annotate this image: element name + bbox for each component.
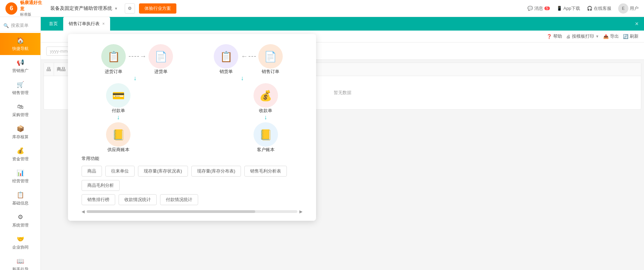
func-stock-status[interactable]: 现存量(库存状况表) [138,166,188,177]
message-icon: 💬 [527,6,533,11]
sidebar-item-operation[interactable]: 📊 经营管理 [0,165,40,187]
home-icon: 🏠 [16,36,24,44]
trial-button[interactable]: 体验行业方案 [139,3,176,14]
system-icon: ⚙ [16,213,24,221]
scroll-left-icon[interactable]: ◀ [82,209,85,214]
main-layout: 🔍 搜索菜单 🏠 快捷导航 📢 营销推广 🛒 销售管理 🛍 采购管理 📦 库存核… [0,17,644,270]
logo-icon: 6 [5,2,17,15]
user-item[interactable]: E 用户 [618,3,639,14]
sidebar: 🔍 搜索菜单 🏠 快捷导航 📢 营销推广 🛒 销售管理 🛍 采购管理 📦 库存核… [0,17,41,270]
popup-box: 📋 进货订单 - - - - → 📄 进货单 [68,34,316,221]
flow-item-supplier-ledger[interactable]: 📒 供应商账本 [106,122,130,153]
chevron-down-icon: ▼ [114,6,118,11]
scrollbar-track[interactable] [87,210,297,213]
top-header: 6 畅康通好生意 标准版 装备及固定资产辅助管理系统 ▼ ⚙ 体验行业方案 💬 … [0,0,644,17]
content-area: 首页 销售订单执行表 × × ❓ 帮助 🖨 按模板打印 ▼ [41,17,644,270]
popup-overlay: 📋 进货订单 - - - - → 📄 进货单 [41,17,644,270]
func-stock-dist[interactable]: 现存量(库存分布表) [191,166,241,177]
sidebar-item-sales[interactable]: 🛒 销售管理 [0,77,40,99]
sidebar-search[interactable]: 🔍 搜索菜单 [0,20,40,32]
gear-button[interactable]: ⚙ [125,3,135,14]
func-sales-gross[interactable]: 销售毛利分析表 [244,166,287,177]
payment-bill-circle[interactable]: 💳 [106,83,130,108]
search-icon: 🔍 [3,23,9,28]
purchase-bill-circle[interactable]: 📄 [149,44,173,69]
supplier-ledger-circle[interactable]: 📒 [106,122,130,147]
scrollbar-thumb [87,210,255,213]
message-badge: 5 [544,6,550,10]
flow-item-customer-ledger[interactable]: 📒 客户账本 [254,122,278,153]
func-row-1: 商品 往来单位 现存量(库存状况表) 现存量(库存分布表) 销售毛利分析表 商品… [82,166,302,191]
logo-area: 6 畅康通好生意 标准版 [5,0,46,17]
purchase-order-circle[interactable]: 📋 [101,44,126,69]
sales-bill-circle[interactable]: 📋 [214,44,238,69]
func-receipt-stat[interactable]: 收款情况统计 [119,194,157,205]
flow-item-payment-bill[interactable]: 💳 付款单 [106,83,130,114]
flow-item-receipt-bill[interactable]: 💰 收款单 [254,83,278,114]
arrow-left-1: ← - - - [238,52,258,60]
logo-text: 畅康通好生意 标准版 [20,0,46,17]
header-right: 💬 消息 5 📱 App下载 🎧 在线客服 E 用户 [527,3,639,14]
inventory-icon: 📦 [16,125,24,133]
app-download-item[interactable]: 📱 App下载 [557,5,580,12]
flow-item-purchase-order[interactable]: 📋 进货订单 [101,44,126,75]
func-product[interactable]: 商品 [82,166,102,177]
sidebar-item-system[interactable]: ⚙ 系统管理 [0,210,40,232]
common-functions: 常用功能 商品 往来单位 现存量(库存状况表) 现存量(库存分布表) 销售毛利分… [82,156,302,205]
purchase-icon: 🛍 [16,103,24,111]
basic-icon: 📋 [16,191,24,199]
sales-order-circle[interactable]: 📄 [258,44,283,69]
sidebar-item-finance[interactable]: 💰 资金管理 [0,143,40,165]
marketing-icon: 📢 [16,58,24,67]
scroll-right-icon[interactable]: ▶ [299,209,302,214]
customer-ledger-circle[interactable]: 📒 [254,122,278,147]
flow-item-purchase-bill[interactable]: 📄 进货单 [149,44,173,75]
message-item[interactable]: 💬 消息 5 [527,5,550,12]
mobile-icon: 📱 [557,6,562,11]
enterprise-icon: 🤝 [16,235,24,243]
guide-icon: 📖 [16,257,24,265]
sales-icon: 🛒 [16,80,24,89]
sidebar-item-marketing[interactable]: 📢 营销推广 [0,55,40,77]
common-title: 常用功能 [82,156,302,162]
sidebar-item-basic[interactable]: 📋 基础信息 [0,187,40,210]
flow-item-sales-bill[interactable]: 📋 销货单 [214,44,238,75]
sidebar-item-guide[interactable]: 📖 新手引导 [0,254,40,270]
flow-item-sales-order[interactable]: 📄 销售订单 [258,44,283,75]
func-row-2: 销售排行榜 收款情况统计 付款情况统计 [82,194,302,205]
receipt-bill-circle[interactable]: 💰 [254,83,278,108]
sidebar-item-purchase[interactable]: 🛍 采购管理 [0,99,40,121]
func-product-gross[interactable]: 商品毛利分析 [82,180,120,191]
avatar: E [618,3,628,14]
online-service-item[interactable]: 🎧 在线客服 [587,5,611,12]
func-sales-rank[interactable]: 销售排行榜 [82,194,115,205]
func-payment-stat[interactable]: 付款情况统计 [160,194,198,205]
system-selector[interactable]: 装备及固定资产辅助管理系统 ▼ [46,5,122,12]
sidebar-item-inventory[interactable]: 📦 库存核算 [0,121,40,143]
func-partner[interactable]: 往来单位 [105,166,135,177]
operation-icon: 📊 [16,169,24,177]
sidebar-item-enterprise[interactable]: 🤝 企业协同 [0,232,40,254]
sidebar-item-quick-nav[interactable]: 🏠 快捷导航 [0,33,40,55]
service-icon: 🎧 [587,6,592,11]
finance-icon: 💰 [16,147,24,155]
arrow-right-1: - - - - → [126,52,149,60]
